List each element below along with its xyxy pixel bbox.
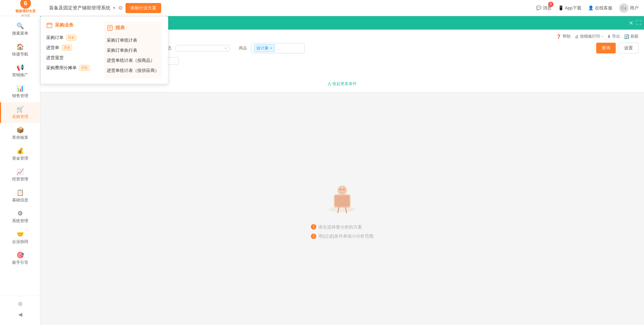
export-icon: ⬆ — [607, 34, 611, 39]
report-inbound-goods-item[interactable]: 进货单统计表（按商品） — [107, 55, 159, 66]
settings-btn[interactable]: 设置 — [618, 43, 639, 53]
purchase-section: 采购业务 采购订单 历史 进货单 历史 进货退货 采购费用分摊单 历史 — [46, 22, 93, 78]
app-download-label: App下载 — [565, 5, 581, 11]
search-icon: 🔍 — [16, 22, 24, 30]
sidebar-collapse-btn[interactable]: ◀ — [18, 309, 22, 320]
brand-name: 畅捷通好生意 — [15, 9, 36, 13]
report-order-stats-item[interactable]: 采购订单统计表 — [107, 35, 159, 45]
refresh-label: 刷新 — [631, 34, 639, 39]
reports-section-icon — [107, 25, 113, 31]
goods-tag: 设计素 ✕ — [254, 44, 275, 52]
refresh-btn[interactable]: 🔄 刷新 — [624, 34, 639, 39]
purchase-return-item[interactable]: 进货退货 — [46, 53, 93, 63]
inventory-icon: 📦 — [16, 126, 24, 134]
tab-fullscreen-icon[interactable]: ⛶ — [636, 20, 641, 26]
messages-badge: 9 — [548, 2, 553, 7]
query-btn[interactable]: 查询 — [596, 43, 616, 53]
user-btn[interactable]: Ea 用户 — [619, 3, 639, 13]
system-title-text: 装备及固定资产辅助管理系统 — [49, 5, 110, 11]
service-icon: 👤 — [588, 5, 594, 10]
purchase-order-item[interactable]: 采购订单 历史 — [46, 33, 93, 43]
history-tag-0: 历史 — [66, 35, 76, 41]
query-btns: 查询 设置 — [596, 43, 639, 53]
print-btn[interactable]: 🖨 按模板打印 ▾ — [575, 34, 603, 39]
settings-bottom-icon: ⚙ — [18, 301, 23, 307]
experience-btn[interactable]: 体验行业方案 — [126, 3, 161, 13]
header-right: 💬 消息 9 📱 App下载 👤 在线客服 Ea 用户 — [536, 3, 639, 13]
collapse-btn[interactable]: ⋀ 收起更多条件 — [328, 80, 357, 88]
sidebar-item-purchase[interactable]: 🛒 采购管理 — [0, 102, 40, 123]
help-btn[interactable]: ❓ 帮助 — [556, 34, 571, 39]
sidebar-item-system[interactable]: ⚙ 系统管理 — [0, 206, 40, 227]
sidebar-item-finance[interactable]: 💰 资金管理 — [0, 144, 40, 165]
empty-hint: 1 请先选择要分析的方案 2 用[过滤]条件来缩小分析范围 — [311, 223, 373, 240]
sidebar-item-guide[interactable]: 🎯 新手引导 — [0, 248, 40, 269]
help-icon: ❓ — [556, 34, 561, 39]
collapse-up-icon: ⋀ — [328, 82, 331, 86]
export-btn[interactable]: ⬆ 导出 — [607, 34, 620, 39]
sidebar-item-enterprise[interactable]: 🤝 企业协同 — [0, 227, 40, 248]
doc-status-select[interactable]: ▾ — [176, 45, 229, 51]
sidebar-item-basic-info[interactable]: 📋 基础信息 — [0, 186, 40, 206]
sidebar-item-operations[interactable]: 📈 经营管理 — [0, 165, 40, 186]
sidebar-settings-btn[interactable]: ⚙ — [18, 299, 23, 309]
purchase-section-icon — [46, 22, 53, 29]
reports-section: 报表 采购订单统计表 采购订单执行表 进货单统计表（按商品） 进货单统计表（按供… — [104, 22, 162, 78]
print-icon: 🖨 — [575, 34, 579, 39]
logo-area: 6 畅捷通好生意 标准版 — [5, 0, 46, 18]
goods-select[interactable]: 设计素 ✕ ... — [251, 43, 305, 53]
doc-status-arrow: ▾ — [225, 46, 226, 50]
tab-bar-actions: ✕ ⛶ — [629, 20, 641, 26]
history-tag-1: 历史 — [62, 45, 72, 51]
print-label: 按模板打印 — [580, 34, 600, 39]
empty-illustration — [322, 177, 362, 218]
collapse-label: 收起更多条件 — [332, 81, 357, 87]
purchase-inbound-item[interactable]: 进货单 历史 — [46, 43, 93, 53]
brand-subtitle: 标准版 — [21, 13, 30, 18]
sidebar-bottom: ⚙ ◀ — [0, 296, 40, 322]
finance-icon: 💰 — [16, 147, 24, 155]
print-dropdown-icon: ▾ — [602, 35, 603, 38]
messages-btn[interactable]: 💬 消息 9 — [536, 5, 551, 11]
salesperson-more-dots[interactable]: ... — [172, 58, 176, 64]
logo-icon: 6 — [20, 0, 31, 9]
goods-tag-close[interactable]: ✕ — [270, 46, 273, 50]
home-icon: 🏠 — [16, 43, 24, 50]
goods-label: 商品 — [239, 45, 247, 51]
tab-close-all-icon[interactable]: ✕ — [629, 20, 633, 26]
goods-more-dots[interactable]: ... — [276, 46, 280, 51]
sidebar-item-search[interactable]: 🔍 搜索菜单 — [0, 19, 40, 40]
refresh-icon: 🔄 — [624, 34, 629, 39]
purchase-icon: 🛒 — [16, 106, 24, 113]
avatar: Ea — [619, 3, 629, 13]
report-inbound-supplier-item[interactable]: 进货单统计表（按供应商） — [107, 66, 159, 76]
phone-icon: 📱 — [558, 5, 564, 10]
sidebar-item-marketing[interactable]: 📢 营销推广 — [0, 60, 40, 81]
top-header: 6 畅捷通好生意 标准版 装备及固定资产辅助管理系统 ▾ ⚙ 体验行业方案 💬 … — [0, 0, 644, 16]
empty-state: 1 请先选择要分析的方案 2 用[过滤]条件来缩小分析范围 — [40, 92, 644, 325]
system-settings-icon[interactable]: ⚙ — [118, 5, 123, 11]
basic-info-icon: 📋 — [16, 189, 24, 196]
enterprise-icon: 🤝 — [16, 231, 24, 238]
sidebar: 🔍 搜索菜单 🏠 快捷导航 📢 营销推广 📊 销售管理 🛒 采购管理 📦 库存核… — [0, 16, 40, 325]
purchase-expense-item[interactable]: 采购费用分摊单 历史 — [46, 63, 93, 73]
system-title-area: 装备及固定资产辅助管理系统 ▾ ⚙ 体验行业方案 — [49, 3, 536, 13]
reports-section-title: 报表 — [107, 25, 159, 31]
sidebar-item-sales[interactable]: 📊 销售管理 — [0, 81, 40, 102]
history-tag-3: 历史 — [79, 65, 90, 71]
user-label: 用户 — [630, 5, 639, 11]
report-order-exec-item[interactable]: 采购订单执行表 — [107, 45, 159, 55]
active-bar — [0, 102, 1, 123]
app-download-btn[interactable]: 📱 App下载 — [558, 5, 581, 11]
export-label: 导出 — [612, 34, 620, 39]
online-service-btn[interactable]: 👤 在线客服 — [588, 5, 612, 11]
sidebar-item-inventory[interactable]: 📦 库存核算 — [0, 123, 40, 144]
marketing-icon: 📢 — [16, 64, 24, 71]
guide-icon: 🎯 — [16, 251, 24, 259]
system-dropdown-arrow[interactable]: ▾ — [113, 5, 115, 10]
sidebar-item-quick-nav[interactable]: 🏠 快捷导航 — [0, 40, 40, 60]
svg-rect-8 — [47, 23, 52, 28]
help-label: 帮助 — [563, 34, 571, 39]
message-icon: 💬 — [536, 5, 541, 10]
hint1: 请先选择要分析的方案 — [318, 223, 362, 231]
